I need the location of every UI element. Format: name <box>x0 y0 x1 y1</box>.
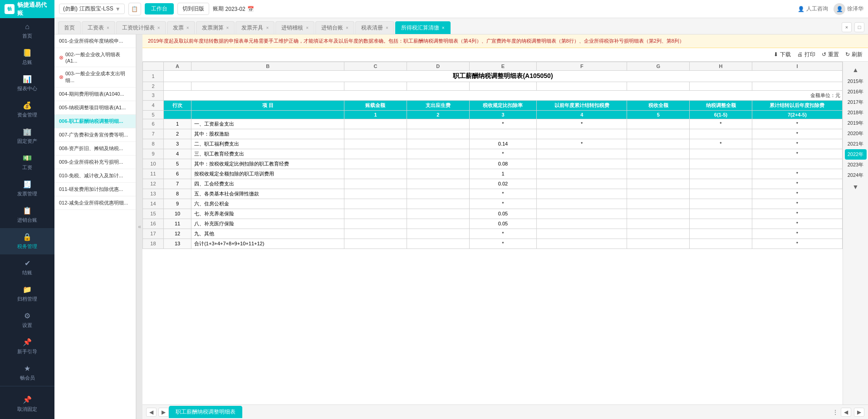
cell-7-i[interactable]: * <box>752 179 842 189</box>
cell-3-i[interactable]: * <box>752 139 842 149</box>
cell-11-f[interactable] <box>537 219 627 229</box>
scroll-left-btn[interactable]: ◀ <box>841 408 851 417</box>
form-item-005[interactable]: 005-纳税调整项目明细表(A1... <box>54 101 136 115</box>
cell-4-c[interactable] <box>344 149 407 159</box>
switch-old-button[interactable]: 切到旧版 <box>177 3 209 15</box>
cell-6-g[interactable] <box>627 169 690 179</box>
cell-1-e[interactable]: * <box>469 119 537 129</box>
cell-8-d[interactable] <box>407 189 469 199</box>
tab-salary[interactable]: 工资表× <box>82 21 115 34</box>
cell-10-h[interactable] <box>690 209 752 219</box>
cell-2-i[interactable]: * <box>752 129 842 139</box>
form-item-004[interactable]: 004-期间费用明细表(A1040... <box>54 88 136 101</box>
cell-12-f[interactable] <box>537 229 627 239</box>
cell-12-i[interactable]: * <box>752 229 842 239</box>
sidebar-item-salary[interactable]: 💵工资 <box>0 149 54 175</box>
tab-close-invoice_open[interactable]: × <box>266 25 269 30</box>
sidebar-item-unpin[interactable]: 📌 取消固定 <box>0 391 54 417</box>
cell-11-c[interactable] <box>344 219 407 229</box>
cell-13-g[interactable] <box>627 239 690 248</box>
cell-5-f[interactable] <box>537 159 627 169</box>
scroll-right-btn[interactable]: ▶ <box>854 408 864 417</box>
download-button[interactable]: ⬇ 下载 <box>774 51 791 58</box>
tab-close-tax_clearance[interactable]: × <box>386 25 388 30</box>
sheet-nav-left[interactable]: ◀ <box>146 408 157 417</box>
tab-close-salary[interactable]: × <box>107 25 109 30</box>
cell-1-g[interactable] <box>627 119 690 129</box>
sidebar-item-fixed_assets[interactable]: 🏢固定资产 <box>0 123 54 149</box>
cell-13-d[interactable] <box>407 239 469 248</box>
cell-2-h[interactable] <box>690 129 752 139</box>
cell-10-g[interactable] <box>627 209 690 219</box>
form-item-012[interactable]: 012-减免企业所得税优惠明细... <box>54 196 136 210</box>
cell-9-d[interactable] <box>407 199 469 209</box>
cell-8-h[interactable] <box>690 189 752 199</box>
sidebar-item-closing[interactable]: ✔结账 <box>0 254 54 281</box>
form-item-003[interactable]: ⊗003-一般企业业成本支出明细... <box>54 67 136 88</box>
cell-7-f[interactable] <box>537 179 627 189</box>
cell-4-i[interactable]: * <box>752 149 842 159</box>
year-item-2017年[interactable]: 2017年 <box>845 97 867 107</box>
cell-9-f[interactable] <box>537 199 627 209</box>
cell-8-f[interactable] <box>537 189 627 199</box>
cell-11-e[interactable]: 0.05 <box>469 219 537 229</box>
tab-close-invoice_calc[interactable]: × <box>226 25 229 30</box>
cell-12-c[interactable] <box>344 229 407 239</box>
cell-1-d[interactable] <box>407 119 469 129</box>
cell-6-d[interactable] <box>407 169 469 179</box>
refresh-button[interactable]: ↻ 刷新 <box>845 51 863 58</box>
close-all-tabs-btn[interactable]: × <box>842 22 852 32</box>
cell-3-h[interactable]: * <box>690 139 752 149</box>
tab-salary_stat[interactable]: 工资统计报表× <box>116 21 166 34</box>
cell-12-h[interactable] <box>690 229 752 239</box>
cell-4-f[interactable] <box>537 149 627 159</box>
form-item-009[interactable]: 009-企业所得税补充亏损明... <box>54 156 136 169</box>
cell-11-i[interactable]: * <box>752 219 842 229</box>
cell-12-e[interactable]: * <box>469 229 537 239</box>
cell-5-i[interactable] <box>752 159 842 169</box>
cell-10-i[interactable]: * <box>752 209 842 219</box>
cell-10-f[interactable] <box>537 209 627 219</box>
company-selector[interactable]: (勿删) 江西股宝-LSS ▼ <box>59 4 125 14</box>
form-item-002[interactable]: ⊗002-一般企业收入明细表(A1... <box>54 48 136 67</box>
sidebar-item-ledger[interactable]: 📒总账 <box>0 44 54 70</box>
cell-8-i[interactable]: * <box>752 189 842 199</box>
cell-5-c[interactable] <box>344 159 407 169</box>
cell-12-d[interactable] <box>407 229 469 239</box>
sidebar-item-member[interactable]: ★畅会员 <box>0 360 54 386</box>
cell-6-e[interactable]: 1 <box>469 169 537 179</box>
cell-8-c[interactable] <box>344 189 407 199</box>
collapse-panel-button[interactable]: « <box>136 34 142 419</box>
cell-4-d[interactable] <box>407 149 469 159</box>
tab-close-income_tax[interactable]: × <box>442 25 445 30</box>
sidebar-item-asset_mgmt[interactable]: 💰资金管理 <box>0 97 54 123</box>
cell-13-c[interactable] <box>344 239 407 248</box>
cell-4-h[interactable] <box>690 149 752 159</box>
cell-1-f[interactable]: * <box>537 119 627 129</box>
sidebar-item-report[interactable]: 📊报表中心 <box>0 70 54 97</box>
cell-1-c[interactable] <box>344 119 407 129</box>
year-nav-up[interactable]: ▲ <box>847 63 865 76</box>
form-item-001[interactable]: 001-企业所得税年度纳税申... <box>54 34 136 48</box>
year-nav-down[interactable]: ▼ <box>847 180 865 193</box>
cell-5-h[interactable] <box>690 159 752 169</box>
cell-3-g[interactable] <box>627 139 690 149</box>
year-item-2019年[interactable]: 2019年 <box>845 118 867 128</box>
sidebar-item-new_guide[interactable]: 📌新手引导 <box>0 333 54 360</box>
cell-7-e[interactable]: 0.02 <box>469 179 537 189</box>
maximize-btn[interactable]: □ <box>854 22 864 32</box>
cell-2-f[interactable] <box>537 129 627 139</box>
cell-13-i[interactable]: * <box>752 239 842 248</box>
sidebar-item-invoice_mgmt[interactable]: 🧾发票管理 <box>0 175 54 202</box>
tab-close-purchase_check[interactable]: × <box>306 25 309 30</box>
sheet-tab-active[interactable]: 职工薪酬纳税调整明细表 <box>169 406 242 418</box>
tab-close-invoice[interactable]: × <box>186 25 189 30</box>
cell-7-c[interactable] <box>344 179 407 189</box>
grid-container[interactable]: ABCDEFGHI1职工薪酬纳税调整明细表(A105050)23金额单位：元4行… <box>142 62 843 405</box>
cell-10-c[interactable] <box>344 209 407 219</box>
sheet-nav-right[interactable]: ▶ <box>158 408 169 417</box>
form-item-011[interactable]: 011-研发费用加计扣除优惠... <box>54 183 136 196</box>
sidebar-footer[interactable]: 📌 取消固定 <box>0 386 54 419</box>
cell-9-e[interactable]: * <box>469 199 537 209</box>
cell-11-d[interactable] <box>407 219 469 229</box>
